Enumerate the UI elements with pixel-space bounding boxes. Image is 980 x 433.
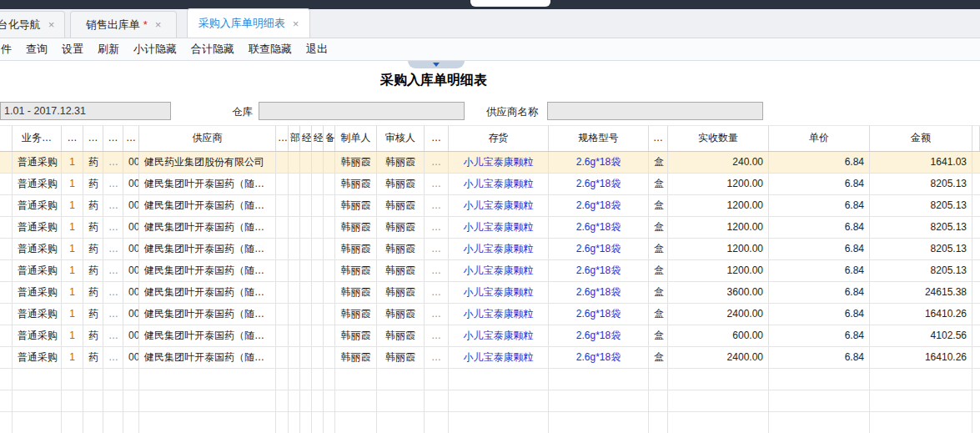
column-header-biz-type[interactable]: 业务… — [13, 126, 62, 151]
column-header-spec[interactable]: 规格型号 — [549, 126, 649, 151]
cell-dots: … — [103, 304, 123, 325]
cell-qty: 2400.00 — [668, 347, 769, 368]
tab-purchase-inbound-report[interactable]: 采购入库单明细表 × — [187, 8, 310, 38]
table-row[interactable]: 0普通采购1药…001健民集团叶开泰国药（随…韩丽霞韩丽霞…小儿宝泰康颗粒2.6… — [0, 325, 980, 347]
column-header-p1[interactable]: … — [276, 126, 289, 151]
collapse-panel-handle[interactable] — [408, 61, 465, 68]
menu-item-hide-total[interactable]: 合计隐藏 — [191, 42, 234, 57]
cell-unit: 盒 — [649, 195, 668, 216]
table-row[interactable]: 1普通采购1药…001健民集团叶开泰国药（随…韩丽霞韩丽霞…小儿宝泰康颗粒2.6… — [0, 282, 980, 304]
cell-p4 — [312, 282, 324, 303]
cell-p2 — [289, 260, 300, 281]
cell-item[interactable]: 小儿宝泰康颗粒 — [449, 195, 549, 216]
table-row[interactable]: 0普通采购1药…001健民集团叶开泰国药（随…韩丽霞韩丽霞…小儿宝泰康颗粒2.6… — [0, 304, 980, 325]
tab-label: 销售出库单 — [86, 18, 140, 33]
cell-spec[interactable]: 2.6g*18袋 — [549, 347, 649, 368]
column-header-item[interactable]: 存货 — [449, 126, 549, 151]
cell-spec[interactable]: 2.6g*18袋 — [549, 260, 649, 281]
menu-item-exit[interactable]: 退出 — [306, 42, 328, 57]
table-row[interactable]: 3普通采购1药…001健民集团叶开泰国药（随…韩丽霞韩丽霞…小儿宝泰康颗粒2.6… — [0, 239, 980, 260]
menu-item-refresh[interactable]: 刷新 — [98, 42, 119, 57]
cell-auditor: 韩丽霞 — [377, 152, 425, 173]
cell-item[interactable]: 小儿宝泰康颗粒 — [449, 304, 549, 325]
column-header-p5[interactable]: 备 — [324, 126, 335, 151]
column-header-qty[interactable]: 实收数量 — [668, 126, 769, 151]
column-header-maker[interactable]: 制单人 — [335, 126, 377, 151]
cell-spec[interactable]: 2.6g*18袋 — [549, 282, 649, 303]
column-header-dots[interactable]: … — [103, 126, 123, 151]
cell-row-no: 0 — [0, 195, 13, 216]
date-range-input[interactable]: 1.01 - 2017.12.31 — [0, 102, 171, 120]
table-row[interactable]: 3普通采购1药…001健民集团叶开泰国药（随…韩丽霞韩丽霞…小儿宝泰康颗粒2.6… — [0, 174, 980, 195]
menu-item-settings[interactable]: 设置 — [62, 42, 83, 57]
cell-supplier: 健民药业集团股份有限公司 — [139, 152, 276, 173]
app-window: 台化导航 × 销售出库单 * × 采购入库单明细表 × 件 查询 设置 刷新 小… — [0, 0, 980, 433]
column-header-store[interactable]: … — [83, 126, 103, 151]
column-header-p2[interactable]: 部 — [289, 126, 300, 151]
tab-sales-outbound[interactable]: 销售出库单 * × — [70, 11, 177, 38]
column-header-price[interactable]: 单价 — [769, 126, 870, 151]
menu-item-hide-linked-query[interactable]: 联查隐藏 — [249, 42, 292, 57]
close-icon[interactable]: × — [48, 18, 55, 31]
column-header-auditor[interactable]: 审核人 — [377, 126, 425, 151]
table-row[interactable]: 2普通采购1药…001健民集团叶开泰国药（随…韩丽霞韩丽霞…小儿宝泰康颗粒2.6… — [0, 217, 980, 239]
cell-empty — [83, 390, 103, 411]
cell-item[interactable]: 小儿宝泰康颗粒 — [449, 282, 549, 303]
cell-item[interactable]: 小儿宝泰康颗粒 — [449, 239, 549, 259]
cell-qty: 1200.00 — [668, 195, 769, 216]
menu-item-hide-subtotal[interactable]: 小计隐藏 — [133, 42, 177, 57]
table-row[interactable]: 2普通采购1药…001健民集团叶开泰国药（随…韩丽霞韩丽霞…小儿宝泰康颗粒2.6… — [0, 260, 980, 282]
cell-spec[interactable]: 2.6g*18袋 — [549, 239, 649, 259]
menu-item-query[interactable]: 查询 — [26, 42, 48, 57]
cell-item[interactable]: 小儿宝泰康颗粒 — [449, 152, 549, 173]
cell-p5 — [324, 195, 335, 216]
column-header-p3[interactable]: 经 — [300, 126, 312, 151]
table-row[interactable]: 7普通采购1药…001健民药业集团股份有限公司韩丽霞韩丽霞…小儿宝泰康颗粒2.6… — [0, 152, 980, 174]
warehouse-input[interactable] — [259, 102, 465, 120]
table-row[interactable]: 0普通采购1药…001健民集团叶开泰国药（随…韩丽霞韩丽霞…小儿宝泰康颗粒2.6… — [0, 347, 980, 369]
cell-spec[interactable]: 2.6g*18袋 — [549, 195, 649, 216]
cell-spec[interactable]: 2.6g*18袋 — [549, 304, 649, 325]
cell-spec[interactable]: 2.6g*18袋 — [549, 217, 649, 238]
column-header-tail[interactable] — [972, 126, 980, 151]
column-header-amount[interactable]: 金额 — [870, 126, 972, 151]
column-header-flag[interactable]: … — [62, 126, 83, 151]
close-icon[interactable]: × — [155, 18, 162, 31]
close-icon[interactable]: × — [293, 18, 299, 30]
cell-store: 药 — [83, 195, 103, 216]
supplier-name-input[interactable] — [547, 102, 763, 120]
cell-dots: … — [425, 152, 449, 173]
cell-p5 — [324, 174, 335, 194]
cell-supplier: 健民集团叶开泰国药（随… — [139, 325, 276, 346]
cell-item[interactable]: 小儿宝泰康颗粒 — [449, 174, 549, 194]
cell-item[interactable]: 小儿宝泰康颗粒 — [449, 217, 549, 238]
cell-spec[interactable]: 2.6g*18袋 — [549, 174, 649, 194]
cell-store: 药 — [83, 239, 103, 259]
cell-empty — [649, 369, 668, 390]
column-header-code[interactable]: … — [123, 126, 139, 151]
cell-qty: 1200.00 — [668, 260, 769, 281]
cell-dots: … — [103, 260, 123, 281]
cell-supplier: 健民集团叶开泰国药（随… — [139, 239, 276, 259]
cell-item[interactable]: 小儿宝泰康颗粒 — [449, 325, 549, 346]
cell-empty — [449, 412, 549, 433]
menu-item-file[interactable]: 件 — [1, 42, 12, 57]
cell-spec[interactable]: 2.6g*18袋 — [549, 152, 649, 173]
column-header-p4[interactable]: 经 — [312, 126, 324, 151]
column-header-dots[interactable]: … — [425, 126, 449, 151]
cell-item[interactable]: 小儿宝泰康颗粒 — [449, 260, 549, 281]
cell-item[interactable]: 小儿宝泰康颗粒 — [449, 347, 549, 368]
column-header-unit[interactable]: … — [649, 126, 668, 151]
cell-empty — [769, 412, 870, 433]
column-header-row-no[interactable] — [0, 126, 13, 151]
cell-biz-type: 普通采购 — [13, 325, 62, 346]
tab-navigation[interactable]: 台化导航 × — [0, 11, 65, 38]
cell-dots: … — [425, 325, 449, 346]
cell-p2 — [289, 174, 300, 194]
column-header-supplier[interactable]: 供应商 — [139, 126, 276, 151]
cell-biz-type: 普通采购 — [13, 260, 62, 281]
table-row[interactable]: 0普通采购1药…001健民集团叶开泰国药（随…韩丽霞韩丽霞…小儿宝泰康颗粒2.6… — [0, 195, 980, 217]
cell-spec[interactable]: 2.6g*18袋 — [549, 325, 649, 346]
cell-empty — [769, 390, 870, 411]
cell-empty — [549, 369, 649, 390]
